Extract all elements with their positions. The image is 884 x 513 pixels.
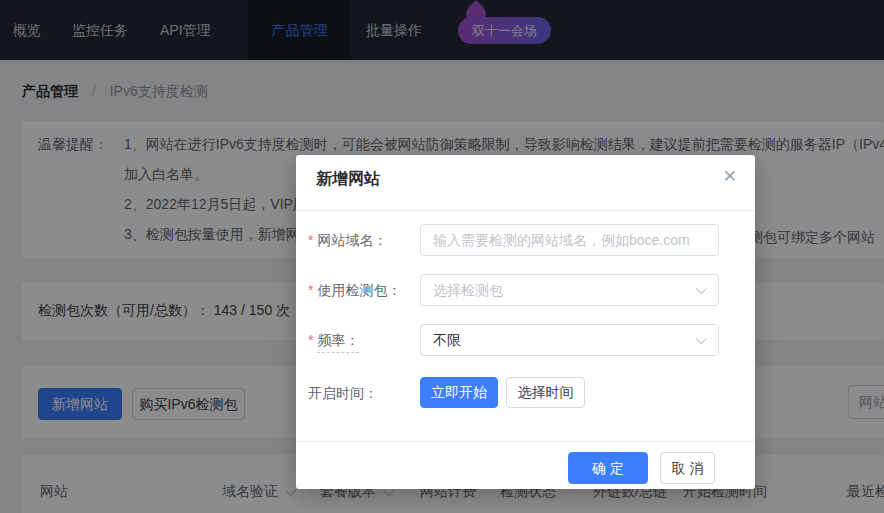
pick-time-button[interactable]: 选择时间	[506, 377, 585, 408]
start-time-field-label: 开启时间：	[308, 377, 378, 409]
modal-header-divider	[296, 210, 755, 211]
frequency-select[interactable]: 不限	[420, 324, 719, 356]
domain-input[interactable]	[420, 224, 719, 256]
confirm-button[interactable]: 确 定	[568, 452, 648, 484]
add-website-modal: 新增网站 ✕ *网站域名： *使用检测包： 选择检测包 *频率： 不限 开启时间…	[296, 155, 755, 489]
cancel-button[interactable]: 取 消	[660, 452, 715, 484]
start-now-button[interactable]: 立即开始	[420, 377, 498, 408]
required-mark: *	[308, 232, 313, 248]
package-select-placeholder: 选择检测包	[433, 282, 503, 298]
close-icon[interactable]: ✕	[723, 167, 737, 187]
app-window: 概览 监控任务 API管理 产品管理 批量操作 双十一会场 产品管理 / IPv…	[0, 0, 884, 513]
frequency-select-value: 不限	[433, 332, 461, 348]
domain-field-label: *网站域名：	[308, 224, 387, 256]
modal-title: 新增网站	[316, 169, 380, 190]
chevron-down-icon	[696, 283, 707, 294]
modal-footer-divider	[296, 441, 755, 442]
frequency-field-label: *频率：	[308, 324, 359, 356]
package-field-label: *使用检测包：	[308, 274, 401, 306]
chevron-down-icon	[696, 333, 707, 344]
required-mark: *	[308, 332, 313, 348]
package-select[interactable]: 选择检测包	[420, 274, 719, 306]
required-mark: *	[308, 282, 313, 298]
